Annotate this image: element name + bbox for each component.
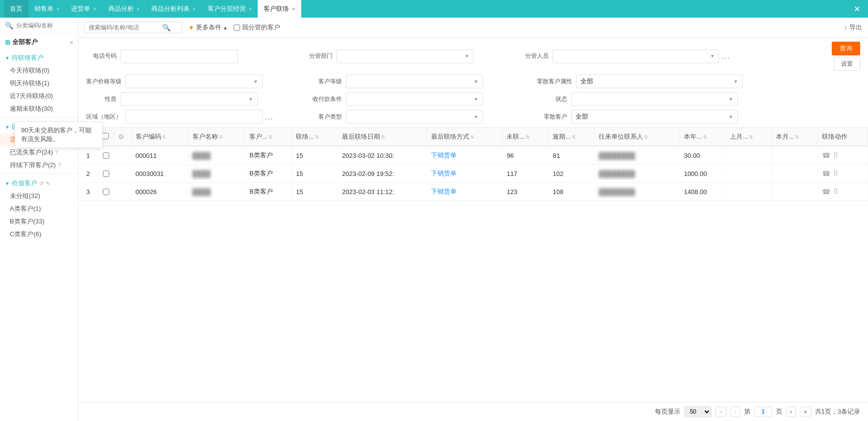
tab-home[interactable]: 首页: [4, 0, 28, 18]
query-button[interactable]: 查询: [832, 42, 860, 55]
sidebar-item-declining[interactable]: 持续下滑客户(2) ?: [0, 159, 78, 172]
th-this-month[interactable]: 本月...⇅: [772, 128, 818, 146]
row-checkbox-1[interactable]: [103, 171, 109, 177]
question-icon-declining: ?: [58, 162, 61, 168]
sidebar-group-pending-title[interactable]: ▼ 待联络客户: [0, 50, 78, 64]
window-close-button[interactable]: ✕: [850, 2, 864, 16]
cell-contact-1: 15: [292, 165, 338, 183]
action-phone-icon-1[interactable]: ☎: [822, 170, 830, 177]
table-settings-icon[interactable]: ⚙: [118, 133, 124, 141]
th-last-contact-type[interactable]: 最后联络方式⇅: [427, 128, 503, 146]
cell-index-2: 3: [78, 183, 98, 201]
search-input[interactable]: [89, 24, 162, 31]
filter-select-status[interactable]: ▼: [571, 92, 738, 106]
my-customers-toggle[interactable]: 我分管的客户: [234, 23, 280, 32]
sidebar-item-7day-pending[interactable]: 近7天待联络(0): [0, 90, 78, 102]
th-last-month[interactable]: 上月...⇅: [726, 128, 772, 146]
last-page-button[interactable]: »: [800, 407, 811, 417]
filter-select-person[interactable]: ▼: [553, 50, 719, 63]
tab-analysis-list[interactable]: 商品分析列表 ×: [145, 0, 201, 18]
filter-actions: 查询 设置: [832, 42, 860, 71]
th-type[interactable]: 客户...⇅: [245, 128, 292, 146]
filter-select-payment[interactable]: ▼: [346, 92, 483, 106]
th-last-contact-date[interactable]: 最后联络日期⇅: [338, 128, 427, 146]
tab-customer-contact[interactable]: 客户联络 ×: [258, 0, 301, 18]
page-input[interactable]: [754, 407, 772, 417]
th-unit-contact[interactable]: 往来单位联系人⇅: [595, 128, 680, 146]
filter-select-nature[interactable]: ▼: [121, 92, 258, 106]
row-checkbox-2[interactable]: [103, 189, 109, 195]
sidebar-search-input[interactable]: [16, 22, 78, 29]
action-more-icon-0[interactable]: ⠿: [833, 151, 838, 159]
th-overdue[interactable]: 逾期...⇅: [549, 128, 595, 146]
filter-region-more-btn[interactable]: …: [263, 112, 275, 122]
sidebar-item-class-c[interactable]: C类客户(6): [0, 228, 78, 241]
filter-input-phone[interactable]: [121, 50, 238, 63]
th-name[interactable]: 客户名称⇅: [188, 128, 245, 146]
tab-customer-seg[interactable]: 客户分层经营 ×: [202, 0, 258, 18]
th-code[interactable]: 客户编码⇅: [131, 128, 188, 146]
next-page-button[interactable]: ›: [786, 407, 796, 417]
last-contact-type-link-2[interactable]: 下销货单: [431, 188, 457, 195]
tab-sales[interactable]: 销售单 ×: [28, 0, 65, 18]
sidebar-all-customers[interactable]: ⊞ 全部客户 «: [0, 34, 78, 50]
tab-purchase[interactable]: 进货单 ×: [65, 0, 102, 18]
select-all-checkbox[interactable]: [102, 133, 109, 139]
filter-select-region[interactable]: [125, 110, 263, 124]
tab-purchase-close[interactable]: ×: [93, 6, 96, 12]
sidebar-group-value-title[interactable]: ▼ 价值客户 ↺ ✎: [0, 176, 78, 190]
sidebar-item-today-pending[interactable]: 今天待联络(0): [0, 64, 78, 77]
sidebar-item-ungrouped[interactable]: 未分组(32): [0, 190, 78, 202]
th-contact[interactable]: 联络...⇅: [292, 128, 338, 146]
last-contact-type-link-1[interactable]: 下销货单: [431, 170, 457, 177]
search-icon-button[interactable]: 🔍: [162, 24, 170, 31]
cell-no-contact-days-1: 117: [503, 165, 549, 183]
tab-home-label: 首页: [10, 4, 23, 13]
prev-page-button[interactable]: ‹: [730, 407, 740, 417]
filter-select-retail-customer[interactable]: 全部 ▼: [571, 110, 738, 124]
retail-customer-arrow: ▼: [728, 114, 733, 120]
settings-button[interactable]: 设置: [834, 57, 860, 71]
action-phone-icon-0[interactable]: ☎: [822, 151, 830, 159]
tab-customer-contact-close[interactable]: ×: [292, 6, 295, 12]
sidebar-item-tomorrow-pending[interactable]: 明天待联络(1): [0, 77, 78, 90]
filter-person-more-btn[interactable]: …: [719, 51, 732, 61]
filter-icon: ▼: [188, 24, 194, 31]
tab-analysis-list-close[interactable]: ×: [193, 6, 195, 12]
value-edit-icon[interactable]: ✎: [46, 180, 50, 187]
grid-icon: ⊞: [5, 39, 10, 46]
my-customers-checkbox[interactable]: [234, 25, 240, 31]
cell-type-0: B类客户: [245, 146, 292, 165]
first-page-button[interactable]: «: [715, 407, 726, 417]
th-this-year[interactable]: 本年...⇅: [680, 128, 726, 146]
cell-index-1: 2: [78, 165, 98, 183]
sidebar-item-class-a[interactable]: A类客户(1): [0, 202, 78, 215]
tab-analysis-close[interactable]: ×: [137, 6, 140, 12]
action-more-icon-1[interactable]: ⠿: [833, 170, 838, 177]
row-checkbox-0[interactable]: [103, 152, 109, 159]
value-refresh-icon[interactable]: ↺: [39, 180, 44, 187]
filter-select-dept[interactable]: ▼: [337, 50, 474, 63]
action-more-icon-2[interactable]: ⠿: [833, 188, 838, 196]
cell-last-contact-date-0: 2023-03-02 10:30:: [338, 146, 427, 165]
sidebar-item-class-b[interactable]: B类客户(33): [0, 215, 78, 228]
per-page-label: 每页显示: [655, 407, 680, 416]
payment-arrow: ▼: [474, 97, 479, 102]
page-size-select[interactable]: 50 100 200: [684, 406, 711, 417]
last-contact-type-link-0[interactable]: 下销货单: [431, 151, 457, 159]
more-conditions-button[interactable]: ▼ 更多条件 ▲: [188, 23, 228, 32]
tab-sales-close[interactable]: ×: [56, 6, 59, 12]
filter-select-retail-attr[interactable]: 全部 ▼: [576, 74, 743, 88]
action-phone-icon-2[interactable]: ☎: [822, 188, 830, 196]
filter-select-customer-level[interactable]: ▼: [346, 74, 483, 88]
table-area: ⚙ 客户编码⇅ 客户名称⇅ 客户...⇅ 联络...⇅: [78, 128, 868, 402]
sidebar-item-overdue-pending[interactable]: 逾期未联络(30): [0, 102, 78, 115]
tab-analysis[interactable]: 商品分析 ×: [102, 0, 145, 18]
filter-field-customer-level: 客户等级 ▼: [312, 74, 527, 88]
filter-select-price-level[interactable]: ▼: [125, 74, 263, 88]
tab-customer-seg-close[interactable]: ×: [249, 6, 252, 12]
th-no-contact-days[interactable]: 未联...⇅: [503, 128, 549, 146]
filter-select-customer-type[interactable]: ▼: [346, 110, 483, 124]
filter-row-2: 客户价格等级 ▼ 客户等级 ▼ 零散客户属性 全部: [86, 74, 860, 88]
export-button[interactable]: ↑ 导出: [844, 23, 863, 32]
